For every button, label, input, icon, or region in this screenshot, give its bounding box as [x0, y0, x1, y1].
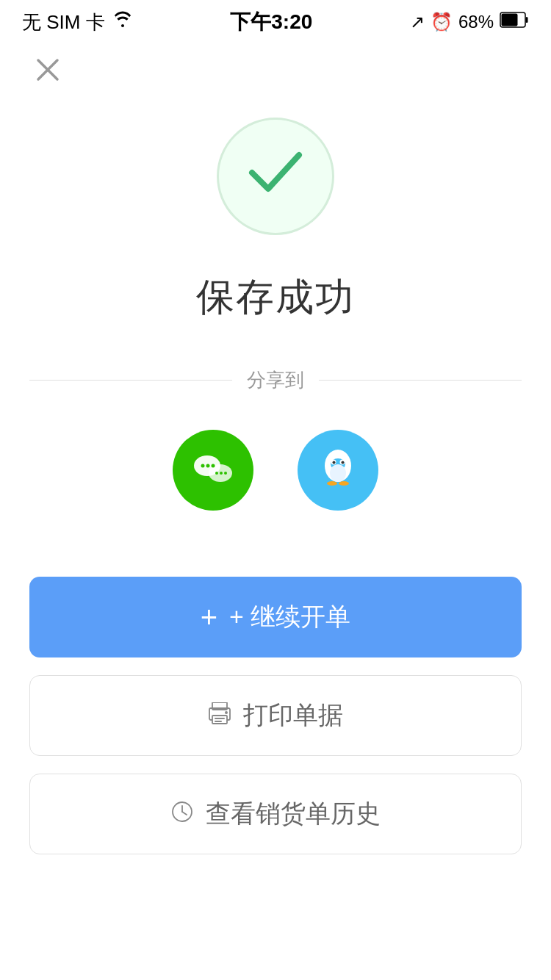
svg-point-9: [212, 464, 215, 468]
svg-rect-25: [212, 716, 227, 724]
share-section: 分享到: [0, 367, 551, 547]
qq-share-button[interactable]: [298, 430, 378, 511]
svg-point-22: [330, 464, 346, 482]
status-right: ↗ ⏰ 68%: [410, 12, 529, 32]
share-label: 分享到: [247, 367, 304, 393]
status-bar: 无 SIM 卡 下午3:20 ↗ ⏰ 68%: [0, 0, 551, 44]
battery-text: 68%: [458, 12, 494, 32]
divider-line-right: [319, 380, 522, 381]
success-title: 保存成功: [196, 272, 355, 323]
carrier-text: 无 SIM 卡: [22, 10, 105, 35]
svg-point-21: [339, 481, 349, 486]
action-buttons: + + 继续开单 打印单据: [0, 577, 551, 854]
divider-line-left: [29, 380, 232, 381]
wifi-icon: [112, 11, 133, 34]
success-circle: [217, 118, 334, 235]
checkmark-icon: [246, 146, 305, 207]
history-label: 查看销货单历史: [206, 797, 381, 831]
svg-rect-27: [215, 721, 222, 722]
location-icon: ↗: [410, 12, 425, 32]
history-icon: [170, 800, 194, 829]
svg-point-18: [342, 461, 345, 464]
svg-point-17: [333, 461, 336, 464]
alarm-icon: ⏰: [431, 12, 453, 32]
svg-point-8: [206, 464, 210, 468]
battery-icon: [500, 12, 529, 32]
close-button[interactable]: [29, 51, 66, 88]
svg-point-28: [225, 711, 228, 714]
svg-point-11: [220, 472, 223, 475]
continue-button[interactable]: + + 继续开单: [29, 577, 522, 657]
print-icon: [208, 702, 231, 729]
time-display: 下午3:20: [230, 8, 312, 36]
status-left: 无 SIM 卡: [22, 10, 133, 35]
svg-rect-1: [501, 14, 517, 26]
share-icons: [29, 430, 522, 511]
svg-line-31: [182, 812, 187, 815]
svg-point-12: [224, 472, 227, 475]
svg-rect-2: [525, 17, 527, 23]
history-button[interactable]: 查看销货单历史: [29, 774, 522, 854]
print-label: 打印单据: [243, 699, 343, 732]
continue-label: + 继续开单: [229, 600, 350, 634]
svg-point-20: [327, 481, 337, 486]
share-divider: 分享到: [29, 367, 522, 393]
plus-icon: +: [201, 602, 217, 632]
svg-point-7: [201, 464, 205, 468]
svg-point-10: [215, 472, 218, 475]
print-button[interactable]: 打印单据: [29, 675, 522, 756]
svg-rect-26: [215, 718, 225, 719]
main-content: 保存成功 分享到: [0, 44, 551, 854]
wechat-share-button[interactable]: [173, 430, 253, 511]
